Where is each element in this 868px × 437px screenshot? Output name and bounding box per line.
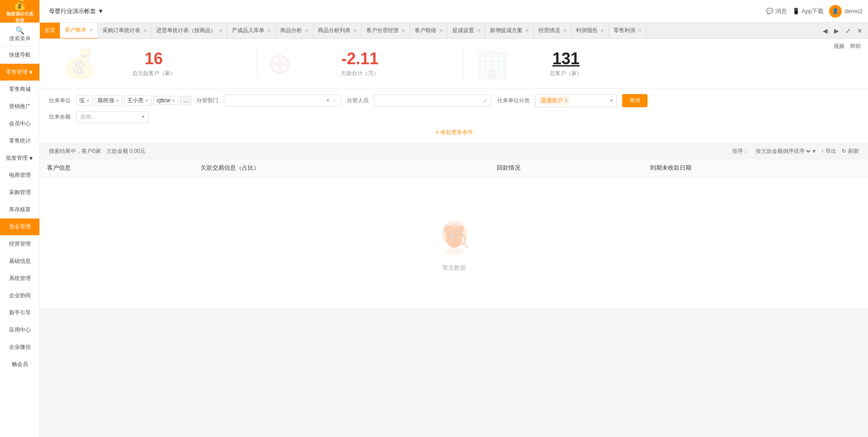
tab-purchase-order-close[interactable]: ✕	[143, 28, 147, 33]
tab-expand-btn[interactable]: ⤢	[844, 26, 853, 35]
tab-next-btn[interactable]: ▶	[832, 26, 841, 35]
sidebar-item-purchase[interactable]: 采购管理	[0, 184, 39, 201]
tab-product-inbound-close[interactable]: ✕	[267, 28, 271, 33]
tab-product-analysis-close[interactable]: ✕	[305, 28, 308, 33]
sort-dropdown[interactable]: 按欠款金额倒序排序	[754, 147, 812, 155]
tab-customer-account[interactable]: 客户账本 ✕	[60, 23, 98, 39]
tab-profit-report-close[interactable]: ✕	[600, 28, 604, 33]
sidebar-item-vip[interactable]: 畅会员	[0, 356, 39, 373]
sidebar-search[interactable]: 🔍 搜索菜单	[0, 23, 39, 47]
account-selector-arrow: ▼	[98, 8, 104, 14]
tab-incoming-stats[interactable]: 进货单统计表（按商品） ✕	[152, 23, 227, 39]
table-body: 暂无数据	[40, 176, 868, 308]
topbar: 母婴行业演示帐套 ▼ 💬 消息 📱 App下载 👤 demo2	[40, 0, 868, 23]
tab-product-analysis[interactable]: 商品分析 ✕	[276, 23, 313, 39]
stat-debt-total: ⊕ -2.11 欠款合计（万）	[257, 46, 463, 81]
sidebar-item-retail-stats[interactable]: 零售统计	[0, 133, 39, 150]
filter-person-select[interactable]: ⤢	[374, 95, 492, 107]
tag4-close[interactable]: ✕	[172, 98, 175, 103]
tab-customer-account-close[interactable]: ✕	[89, 28, 93, 33]
tab-purchase-order[interactable]: 采购订单统计表 ✕	[98, 23, 152, 39]
tab-customer-tier-close[interactable]: ✕	[402, 28, 405, 33]
collapse-btn[interactable]: ∧ 收起更多条件	[435, 127, 473, 138]
tab-profit-report[interactable]: 利润报告 ✕	[571, 23, 609, 39]
sidebar-item-enterprise-collab[interactable]: 企业协同	[0, 287, 39, 304]
tab-retail-profit[interactable]: 零售利润 ✕	[609, 23, 647, 39]
stat-debt-customers-label: 总欠款客户（家）	[132, 70, 176, 77]
tab-customer-contact[interactable]: 客户联络 ✕	[410, 23, 448, 39]
sidebar-search-label: 搜索菜单	[3, 35, 37, 43]
sidebar-item-quick-nav[interactable]: 快捷导航	[0, 47, 39, 64]
svg-point-8	[451, 235, 452, 236]
tab-customer-tier[interactable]: 客户分层经营 ✕	[362, 23, 410, 39]
messages-btn[interactable]: 💬 消息	[766, 7, 787, 15]
sidebar-item-member-center[interactable]: 会员中心	[0, 115, 39, 133]
filter-category-close[interactable]: ✕	[564, 98, 568, 103]
sidebar-item-sales-promo[interactable]: 营销推广	[0, 98, 39, 115]
logo-title: 畅捷通好生意	[6, 11, 34, 17]
tag2-close[interactable]: ✕	[115, 98, 119, 103]
tab-new-promotion[interactable]: 新增提成方案 ✕	[485, 23, 534, 39]
tab-close-all-btn[interactable]: ✕	[855, 26, 864, 35]
stat-total-customers-label: 总客户（家）	[550, 70, 582, 77]
tag3-close[interactable]: ✕	[145, 98, 149, 103]
filter-row-2: 往来余额 选择... ▾	[49, 111, 859, 123]
tag1-close[interactable]: ✕	[86, 98, 90, 103]
tab-customer-contact-close[interactable]: ✕	[439, 28, 443, 33]
sidebar-item-new-guide[interactable]: 新手引导	[0, 304, 39, 322]
vip-label: 畅会员	[12, 361, 28, 367]
video-link[interactable]: 视频	[834, 43, 844, 50]
filter-dept-label: 分管部门	[197, 97, 218, 104]
tabbar-controls: ◀ ▶ ⤢ ✕	[817, 26, 868, 35]
tab-prev-btn[interactable]: ◀	[821, 26, 830, 35]
tab-product-analysis-list[interactable]: 商品分析列表 ✕	[313, 23, 362, 39]
filter-balance-select[interactable]: 选择... ▾	[76, 111, 149, 123]
export-label: 导出	[825, 147, 836, 155]
query-button[interactable]: 查询	[622, 94, 647, 107]
sidebar-item-retail-mall[interactable]: 零售商城	[0, 81, 39, 98]
sidebar-item-system[interactable]: 系统管理	[0, 270, 39, 287]
app-download-btn[interactable]: 📱 App下载	[792, 7, 824, 15]
collapse-label: 收起更多条件	[441, 128, 473, 136]
tab-retail-profit-close[interactable]: ✕	[638, 28, 642, 33]
tab-business-status[interactable]: 经营情况 ✕	[534, 23, 571, 39]
quick-nav-label: 快捷导航	[2, 51, 38, 59]
export-btn[interactable]: ↑ 导出	[821, 147, 836, 155]
filter-dept-value	[228, 97, 325, 104]
stats-bar: 视频 帮助 💰 16 总欠款客户（家） ⊕ -2.11 欠款合计（万） 🏢 13…	[40, 39, 868, 89]
stat-debt-total-value: -2.11	[341, 50, 379, 68]
filter-row-1: 往来单位 伍 ✕ 陈民强 ✕ 王小亮 ✕ cjttcw	[49, 94, 859, 107]
help-link[interactable]: 帮助	[850, 43, 861, 50]
tab-incoming-stats-close[interactable]: ✕	[219, 28, 222, 33]
tab-business-status-close[interactable]: ✕	[563, 28, 566, 33]
filter-dept-select[interactable]: ▾ ⤢	[224, 95, 341, 107]
sidebar-item-app-center[interactable]: 应用中心	[0, 322, 39, 339]
account-selector[interactable]: 母婴行业演示帐套 ▼	[45, 5, 107, 17]
sidebar-item-operations[interactable]: 经营管理	[0, 236, 39, 253]
tab-home[interactable]: 首页	[40, 23, 60, 39]
refresh-btn[interactable]: ↻ 刷新	[842, 147, 859, 155]
sidebar-item-capital[interactable]: 资金管理	[0, 218, 39, 236]
filter-category-select[interactable]: 普通客户 ✕ ▾	[535, 94, 617, 107]
filter-category-selected-label: 普通客户	[541, 97, 563, 104]
sidebar-item-inventory[interactable]: 库存核算	[0, 201, 39, 218]
sidebar-item-ecommerce[interactable]: 电商管理	[0, 167, 39, 184]
tab-product-analysis-list-close[interactable]: ✕	[353, 28, 357, 33]
operations-label: 经营管理	[9, 241, 31, 247]
tab-promotion-settings-close[interactable]: ✕	[477, 28, 480, 33]
results-right: 排序： 按欠款金额倒序排序 ▾ ↑ 导出 ↻ 刷新	[732, 147, 859, 155]
sidebar-item-retail-mgmt[interactable]: 零售管理 ▼	[0, 64, 39, 81]
results-summary: 搜索结果中，客户0家	[49, 147, 101, 155]
sidebar-item-basic-info[interactable]: 基础信息	[0, 253, 39, 270]
sidebar-item-enterprise-wechat[interactable]: 企业微信	[0, 339, 39, 356]
sidebar-item-batch-mgmt[interactable]: 批发管理 ▼	[0, 150, 39, 167]
tab-promotion-settings[interactable]: 提成设置 ✕	[448, 23, 485, 39]
batch-mgmt-arrow: ▼	[29, 155, 34, 162]
tab-product-inbound[interactable]: 产成品入库单 ✕	[227, 23, 276, 39]
filter-tag-more[interactable]: ...	[180, 96, 191, 105]
tab-new-promotion-close[interactable]: ✕	[525, 28, 529, 33]
tab-customer-contact-label: 客户联络	[415, 27, 436, 34]
user-profile-btn[interactable]: 👤 demo2	[829, 5, 863, 18]
sort-select[interactable]: 按欠款金额倒序排序 ▾	[754, 147, 815, 155]
category-dropdown-arrow: ▾	[610, 97, 613, 104]
